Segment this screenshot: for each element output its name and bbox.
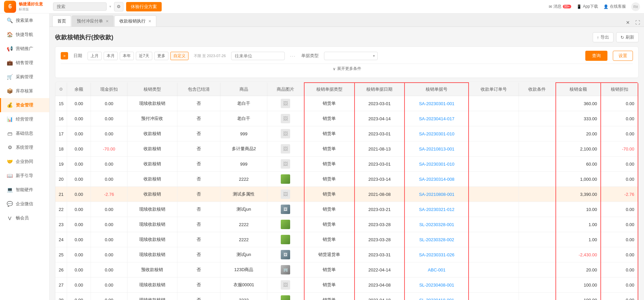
- cell-writeoff-discount: -70.00: [601, 141, 638, 157]
- cell-writeoff-type: 收款核销: [127, 126, 177, 141]
- cell-receipt-condition: [519, 157, 556, 172]
- topbar-search-input[interactable]: [53, 2, 107, 11]
- writeoff-no-link[interactable]: SA-20210808-001: [419, 192, 454, 197]
- logo-icon: 6: [4, 1, 16, 13]
- writeoff-no-link[interactable]: SA-20230331-026: [419, 252, 454, 257]
- page-content: 收款核销执行(按收款) ↑ 导出 ↻ 刷新 » 日期: [50, 27, 644, 300]
- cell-writeoff-no[interactable]: SA-20230321-012: [405, 202, 469, 217]
- writeoff-no-link[interactable]: SL-20230408-001: [419, 283, 454, 288]
- writeoff-no-link[interactable]: SA-20230301-010: [419, 162, 454, 167]
- filter-date-last-month[interactable]: 上月: [88, 52, 102, 60]
- col-settings[interactable]: ⚙: [55, 83, 67, 96]
- export-icon: ↑: [597, 35, 599, 40]
- filter-partner-dots[interactable]: ···: [290, 53, 296, 58]
- refresh-button[interactable]: ↻ 刷新: [616, 32, 639, 42]
- cell-goods-image: [267, 293, 304, 300]
- cell-receipt-order-no: [469, 187, 519, 202]
- cell-writeoff-no[interactable]: SA-20210808-001: [405, 187, 469, 202]
- sidebar-item-search[interactable]: 🔍 搜索菜单: [0, 13, 49, 28]
- message-button[interactable]: ✉ 消息 99+: [549, 4, 571, 9]
- cell-writeoff-no[interactable]: SA-20230414-017: [405, 111, 469, 126]
- writeoff-no-link[interactable]: SA-20230301-010: [419, 131, 454, 136]
- sidebar-item-sales[interactable]: 💼 销售管理: [0, 56, 49, 70]
- cell-writeoff-no[interactable]: SA-20230301-010: [405, 157, 469, 172]
- filter-date-this-month[interactable]: 本月: [104, 52, 118, 60]
- sidebar-item-guide[interactable]: 📖 新手引导: [0, 169, 49, 183]
- cell-writeoff-discount: 0.00: [601, 157, 638, 172]
- sidebar-item-system[interactable]: ⚙ 系统管理: [0, 140, 49, 155]
- filter-expand-button[interactable]: »: [61, 52, 68, 59]
- cell-writeoff-no[interactable]: SL-20230328-001: [405, 217, 469, 232]
- cell-writeoff-no[interactable]: ABC-001: [405, 262, 469, 277]
- cell-writeoff-no[interactable]: SA-20230314-008: [405, 172, 469, 187]
- cell-goods: 衣服00001: [220, 277, 267, 293]
- cell-cash-discount: 0.00: [91, 247, 127, 262]
- table-row: 25 0.00 0.00 现续收款核销 否 测试jun 🖼 销货退货单 2023…: [55, 247, 638, 262]
- sidebar-item-finance[interactable]: 💰 资金管理: [0, 98, 49, 112]
- filter-date-custom[interactable]: 自定义: [170, 52, 189, 60]
- sidebar-item-inventory[interactable]: 📦 库存核算: [0, 84, 49, 98]
- user-avatar[interactable]: Rit: [631, 2, 640, 11]
- writeoff-no-link[interactable]: SA-20230414-017: [419, 116, 454, 121]
- export-button[interactable]: ↑ 导出: [593, 32, 614, 42]
- sidebar-item-operations[interactable]: 📊 经营管理: [0, 112, 49, 126]
- col-writeoff-amount: 核销金额: [556, 83, 601, 96]
- cell-writeoff-date: 2021-08-13: [355, 141, 405, 157]
- filter-date-more[interactable]: 更多: [154, 52, 168, 60]
- cell-writeoff-no[interactable]: SL-20230328-002: [405, 232, 469, 247]
- topbar-gear-button[interactable]: ⚙: [114, 2, 123, 11]
- app-download-label: App下载: [583, 4, 598, 9]
- writeoff-no-link[interactable]: SL-20230328-001: [419, 222, 454, 227]
- tab-prepay-close[interactable]: ✕: [106, 19, 109, 24]
- tab-fullscreen-button[interactable]: ⛶: [634, 18, 641, 27]
- sidebar-item-marketing[interactable]: 📢 营销推广: [0, 42, 49, 56]
- cell-writeoff-no[interactable]: SL-20230408-001: [405, 277, 469, 293]
- expand-more-button[interactable]: ∨ 展开更多条件: [61, 63, 633, 74]
- cell-writeoff-no[interactable]: SA-20230301-010: [405, 126, 469, 141]
- topbar-dropdown-arrow[interactable]: ▾: [109, 4, 111, 9]
- cell-goods-image: 🖼: [267, 111, 304, 126]
- filter-partner-input[interactable]: [231, 52, 285, 60]
- col-receipt-order-no: 收款单订单号: [469, 83, 519, 96]
- sidebar-item-hardware[interactable]: 💻 智能硬件: [0, 183, 49, 197]
- sidebar-item-basic[interactable]: 🗃 基础信息: [0, 126, 49, 140]
- writeoff-no-link[interactable]: SL-20230418-001: [419, 298, 454, 300]
- writeoff-no-link[interactable]: SL-20230328-002: [419, 237, 454, 242]
- cell-include-cleared: 否: [177, 157, 220, 172]
- filter-date-7days[interactable]: 近7天: [136, 52, 152, 60]
- tab-home[interactable]: 首页: [52, 15, 71, 27]
- writeoff-no-link[interactable]: SA-20230321-012: [419, 207, 454, 212]
- solution-button[interactable]: 休验行业方案: [126, 2, 162, 11]
- cell-writeoff-voucher-type: 销货单: [304, 111, 355, 126]
- writeoff-no-link[interactable]: SA-20230314-008: [419, 177, 454, 182]
- sidebar-item-purchase[interactable]: 🛒 采购管理: [0, 70, 49, 84]
- cell-writeoff-no[interactable]: SA-20230301-001: [405, 96, 469, 111]
- sidebar-item-wechat[interactable]: 💬 企业微信: [0, 197, 49, 211]
- sidebar-item-enterprise[interactable]: 🤝 企业协同: [0, 155, 49, 169]
- app-download-button[interactable]: 📱 App下载: [577, 4, 598, 9]
- writeoff-no-link[interactable]: SA-20230301-001: [419, 101, 454, 106]
- setting-button[interactable]: 设置: [613, 51, 633, 61]
- tab-close-button[interactable]: ✕: [625, 18, 631, 27]
- filter-date-range: 不限 至 2023-07-26: [194, 53, 226, 58]
- online-service-button[interactable]: 👤 在线客服: [603, 4, 626, 9]
- sidebar-item-quick[interactable]: 🏠 快捷导航: [0, 28, 49, 42]
- tab-prepay[interactable]: 预付冲应付单 ✕: [72, 15, 114, 27]
- writeoff-no-link[interactable]: ABC-001: [428, 267, 446, 272]
- cell-include-cleared: 否: [177, 217, 220, 232]
- search-icon: 🔍: [6, 17, 13, 24]
- filter-date-this-year[interactable]: 本年: [120, 52, 134, 60]
- cell-balance: 0.00: [67, 202, 91, 217]
- sidebar-item-member[interactable]: V 畅会员: [0, 211, 49, 225]
- cell-balance: 0.00: [67, 172, 91, 187]
- tab-writeoff[interactable]: 收款核销执行 ✕: [114, 15, 156, 27]
- tab-writeoff-close[interactable]: ✕: [148, 19, 151, 24]
- writeoff-no-link[interactable]: SA-20210813-001: [419, 146, 454, 152]
- cell-writeoff-no[interactable]: SA-20230331-026: [405, 247, 469, 262]
- cell-writeoff-no[interactable]: SL-20230418-001: [405, 293, 469, 300]
- filter-voucher-type-select[interactable]: [324, 52, 378, 60]
- online-service-label: 在线客服: [610, 4, 626, 9]
- cell-writeoff-no[interactable]: SA-20210813-001: [405, 141, 469, 157]
- query-button[interactable]: 查询: [585, 51, 607, 61]
- cell-writeoff-date: 2023-03-28: [355, 232, 405, 247]
